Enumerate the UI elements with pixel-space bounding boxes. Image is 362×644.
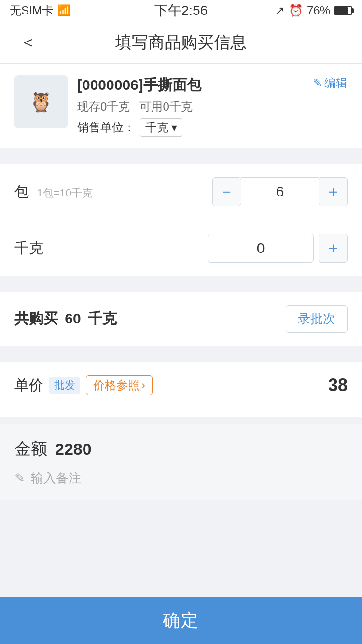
unit-label: 销售单位： (77, 120, 135, 135)
pack-label: 包 1包=10千克 (14, 182, 212, 202)
alarm-icon: ⏰ (289, 4, 303, 17)
pencil-icon: ✎ (14, 471, 25, 486)
back-button[interactable]: ＜ (14, 26, 42, 59)
total-unit: 千克 (88, 310, 117, 326)
price-label: 单价 批发 价格参照 › (14, 375, 153, 395)
product-image: 🦉 (14, 75, 68, 128)
remark-row[interactable]: ✎ 输入备注 (14, 470, 348, 487)
price-row: 单价 批发 价格参照 › 38 (14, 375, 348, 395)
pack-label-text: 包 (14, 183, 29, 199)
price-section: 单价 批发 价格参照 › 38 (0, 362, 362, 417)
product-name-text: 手撕面包 (143, 77, 201, 93)
status-bar: 无SIM卡 📶 下午2:56 ↗ ⏰ 76% (0, 0, 362, 21)
price-tag: 批发 (49, 377, 80, 394)
product-stock: 现存0千克 可用0千克 (77, 99, 303, 114)
product-logo: 🦉 (29, 91, 53, 113)
pack-input-row: 包 1包=10千克 － 6 ＋ (0, 164, 362, 220)
product-code: [0000006] (77, 77, 143, 93)
total-text: 共购买 60 千克 (14, 309, 117, 329)
unit-value: 千克 (145, 120, 168, 135)
kg-input-row: 千克 0 ＋ (0, 220, 362, 276)
amount-row: 金额 2280 (14, 438, 348, 460)
pack-stepper: － 6 ＋ (212, 177, 348, 206)
batch-button[interactable]: 录批次 (286, 305, 348, 333)
amount-value: 2280 (55, 440, 92, 459)
stock-label: 现存0千克 (77, 100, 130, 113)
pack-minus-button[interactable]: － (212, 177, 241, 206)
edit-icon: ✎ (313, 76, 322, 90)
divider-1 (0, 156, 362, 164)
confirm-button[interactable]: 确定 (0, 597, 362, 644)
amount-section: 金额 2280 ✎ 输入备注 (0, 424, 362, 500)
pack-hint: 1包=10千克 (37, 187, 93, 199)
total-amount: 60 (65, 310, 81, 326)
edit-button[interactable]: ✎ 编辑 (313, 75, 348, 91)
carrier-text: 无SIM卡 (10, 3, 54, 18)
pack-input[interactable]: 6 (241, 177, 319, 206)
price-ref-button[interactable]: 价格参照 › (86, 375, 153, 395)
product-right: ✎ 编辑 (313, 75, 348, 91)
edit-label: 编辑 (324, 75, 348, 91)
total-section: 共购买 60 千克 录批次 (0, 292, 362, 346)
status-right: ↗ ⏰ 76% (275, 4, 352, 17)
nav-bar: ＜ 填写商品购买信息 (0, 21, 362, 64)
divider-2 (0, 284, 362, 292)
battery-bar (334, 6, 352, 15)
divider-3 (0, 354, 362, 362)
price-value: 38 (328, 375, 348, 395)
unit-dropdown-icon: ▾ (171, 121, 177, 134)
remark-label: 输入备注 (31, 470, 81, 487)
kg-label: 千克 (14, 238, 208, 258)
status-time: 下午2:56 (154, 1, 208, 20)
wifi-icon: 📶 (57, 4, 70, 17)
battery-percent: 76% (307, 4, 330, 17)
price-ref-arrow: › (141, 378, 145, 392)
battery-fill (335, 7, 348, 14)
kg-plus-button[interactable]: ＋ (319, 234, 348, 263)
available-label: 可用0千克 (139, 100, 192, 113)
amount-label: 金额 (14, 438, 47, 460)
product-card: 🦉 [0000006]手撕面包 现存0千克 可用0千克 销售单位： 千克 ▾ ✎… (0, 64, 362, 148)
page-title: 填写商品购买信息 (115, 31, 247, 54)
price-ref-label: 价格参照 (93, 378, 139, 393)
total-prefix: 共购买 (14, 310, 58, 326)
product-name: [0000006]手撕面包 (77, 75, 303, 95)
pack-plus-button[interactable]: ＋ (319, 177, 348, 206)
unit-selector[interactable]: 千克 ▾ (140, 118, 182, 137)
location-icon: ↗ (275, 4, 285, 17)
price-label-text: 单价 (14, 376, 43, 395)
product-info: [0000006]手撕面包 现存0千克 可用0千克 销售单位： 千克 ▾ (77, 75, 303, 137)
kg-input[interactable]: 0 (208, 234, 314, 263)
input-section: 包 1包=10千克 － 6 ＋ 千克 0 ＋ (0, 164, 362, 276)
product-unit-row: 销售单位： 千克 ▾ (77, 118, 303, 137)
status-left: 无SIM卡 📶 (10, 3, 70, 18)
confirm-bar: 确定 (0, 597, 362, 644)
kg-stepper-row: 0 ＋ (208, 234, 348, 263)
